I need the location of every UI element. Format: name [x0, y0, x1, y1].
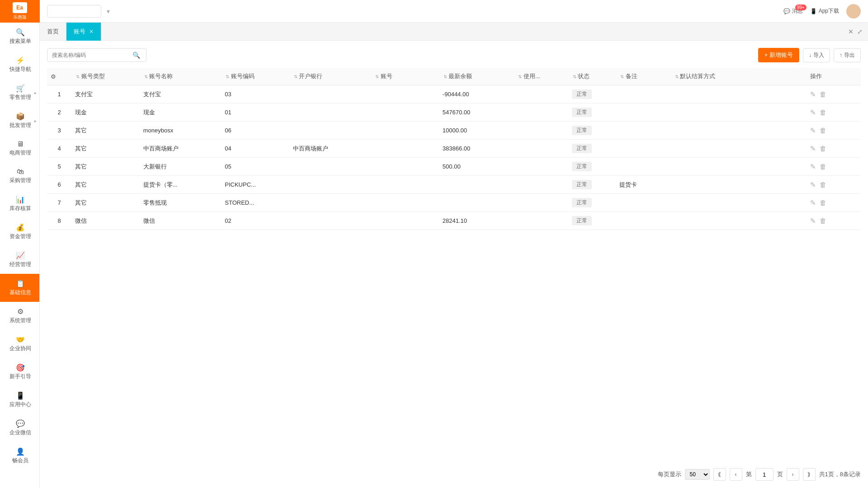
- delete-icon-0[interactable]: 🗑: [820, 90, 826, 99]
- row-action-2: ✎ 🗑: [807, 122, 861, 140]
- row-usage-1: [514, 103, 568, 122]
- sidebar-label-9: 基础信息: [9, 289, 31, 296]
- close-tab-icon[interactable]: ✕: [848, 28, 854, 35]
- fullscreen-icon[interactable]: ⤢: [857, 28, 863, 35]
- row-usage-3: [514, 140, 568, 158]
- sidebar-item-13[interactable]: 📱 应用中心: [0, 386, 39, 414]
- table-header-row: ⚙ ⇅ 账号类型 ⇅ 账号名称 ⇅ 账号编码 ⇅ 开户: [47, 68, 861, 85]
- row-default-5: [670, 176, 807, 194]
- col-settings[interactable]: ⚙: [47, 68, 71, 85]
- sidebar-item-2[interactable]: 🛒 零售管理: [0, 79, 39, 107]
- col-status-label: 状态: [578, 73, 590, 80]
- delete-icon-6[interactable]: 🗑: [820, 199, 826, 207]
- table-row: 1 支付宝 支付宝 03 -90444.00 正常 ✎ 🗑: [47, 85, 861, 103]
- logo-abbr: Ea: [16, 5, 23, 11]
- delete-icon-5[interactable]: 🗑: [820, 181, 826, 189]
- toolbar-right: + 新增账号 ↓ 导入 ↑ 导出: [758, 48, 861, 62]
- col-account[interactable]: ⇅ 账号: [371, 68, 439, 85]
- app-download-button[interactable]: 📱 App下载: [810, 7, 839, 15]
- dropdown-icon[interactable]: ▾: [107, 8, 110, 15]
- status-badge-6: 正常: [572, 198, 592, 207]
- col-status[interactable]: ⇅ 状态: [568, 68, 616, 85]
- first-page-button[interactable]: ⟪: [713, 468, 726, 481]
- sort-icon: ⇅: [518, 74, 522, 79]
- row-note-6: [616, 194, 670, 212]
- sidebar-icon-6: 📊: [16, 195, 25, 204]
- row-note-2: [616, 122, 670, 140]
- edit-icon-2[interactable]: ✎: [810, 127, 816, 135]
- sidebar-item-14[interactable]: 💬 企业微信: [0, 414, 39, 442]
- col-balance[interactable]: ⇅ 最新余额: [439, 68, 514, 85]
- sort-icon: ⇅: [675, 74, 679, 79]
- row-status-4: 正常: [568, 158, 616, 176]
- edit-icon-7[interactable]: ✎: [810, 217, 816, 225]
- sidebar-item-12[interactable]: 🎯 新手引导: [0, 358, 39, 386]
- sidebar-item-8[interactable]: 📈 经营管理: [0, 246, 39, 274]
- col-usage[interactable]: ⇅ 使用...: [514, 68, 568, 85]
- edit-icon-5[interactable]: ✎: [810, 181, 816, 189]
- sidebar-item-10[interactable]: ⚙ 系统管理: [0, 302, 39, 330]
- col-bank[interactable]: ⇅ 开户银行: [289, 68, 371, 85]
- table-row: 8 微信 微信 02 28241.10 正常 ✎ 🗑: [47, 212, 861, 230]
- next-page-button[interactable]: ›: [787, 468, 799, 481]
- row-status-0: 正常: [568, 85, 616, 103]
- delete-icon-7[interactable]: 🗑: [820, 217, 826, 225]
- delete-icon-3[interactable]: 🗑: [820, 145, 826, 153]
- sidebar-item-4[interactable]: 🖥 电商管理: [0, 135, 39, 162]
- sidebar-item-11[interactable]: 🤝 企业协同: [0, 330, 39, 358]
- col-note[interactable]: ⇅ 备注: [616, 68, 670, 85]
- search-input[interactable]: [47, 49, 129, 61]
- sidebar-item-7[interactable]: 💰 资金管理: [0, 218, 39, 246]
- sidebar-icon-9: 📋: [16, 279, 25, 288]
- edit-icon-1[interactable]: ✎: [810, 108, 816, 117]
- row-balance-5: [439, 176, 514, 194]
- row-balance-4: 500.00: [439, 158, 514, 176]
- sidebar-item-3[interactable]: 📦 批发管理: [0, 107, 39, 135]
- sidebar-item-6[interactable]: 📊 库存核算: [0, 190, 39, 218]
- row-bank-7: [289, 212, 371, 230]
- edit-icon-3[interactable]: ✎: [810, 145, 816, 153]
- row-status-7: 正常: [568, 212, 616, 230]
- top-search-input[interactable]: [47, 5, 101, 18]
- edit-icon-4[interactable]: ✎: [810, 163, 816, 171]
- prev-page-button[interactable]: ‹: [730, 468, 742, 481]
- search-button[interactable]: 🔍: [129, 49, 144, 61]
- status-badge-1: 正常: [572, 108, 592, 117]
- col-type[interactable]: ⇅ 账号类型: [71, 68, 140, 85]
- tab-close-1[interactable]: ✕: [89, 28, 94, 35]
- row-balance-3: 383866.00: [439, 140, 514, 158]
- sidebar-item-0[interactable]: 🔍 搜索菜单: [0, 23, 39, 51]
- table-row: 7 其它 零售抵现 STORED... 正常 ✎ 🗑: [47, 194, 861, 212]
- edit-icon-6[interactable]: ✎: [810, 199, 816, 207]
- row-note-0: [616, 85, 670, 103]
- import-button[interactable]: ↓ 导入: [803, 48, 830, 62]
- sidebar-item-9[interactable]: 📋 基础信息: [0, 274, 39, 302]
- sidebar-item-5[interactable]: 🛍 采购管理: [0, 162, 39, 190]
- delete-icon-4[interactable]: 🗑: [820, 163, 826, 171]
- row-action-0: ✎ 🗑: [807, 85, 861, 103]
- sidebar: Ea 乐惠版 🔍 搜索菜单⚡ 快捷导航🛒 零售管理📦 批发管理🖥 电商管理🛍 采…: [0, 0, 40, 488]
- row-code-7: 02: [221, 212, 289, 230]
- user-avatar[interactable]: [846, 4, 861, 19]
- page-size-select[interactable]: 50 20 100: [685, 469, 710, 480]
- message-button[interactable]: 💬 消息 99+: [783, 7, 803, 15]
- row-num-3: 4: [47, 140, 71, 158]
- page-number-input[interactable]: [755, 468, 774, 481]
- sidebar-item-15[interactable]: 👤 畅会员: [0, 442, 39, 470]
- tab-0[interactable]: 首页: [40, 23, 66, 41]
- col-name[interactable]: ⇅ 账号名称: [140, 68, 222, 85]
- col-code[interactable]: ⇅ 账号编码: [221, 68, 289, 85]
- tab-1[interactable]: 账号✕: [66, 23, 101, 41]
- last-page-button[interactable]: ⟫: [803, 468, 816, 481]
- top-header: ▾ 💬 消息 99+ 📱 App下载: [40, 0, 868, 23]
- col-default-settle[interactable]: ⇅ 默认结算方式: [670, 68, 807, 85]
- col-note-label: 备注: [626, 73, 637, 80]
- status-badge-7: 正常: [572, 216, 592, 225]
- edit-icon-0[interactable]: ✎: [810, 90, 816, 99]
- delete-icon-1[interactable]: 🗑: [820, 108, 826, 117]
- add-account-button[interactable]: + 新增账号: [758, 48, 799, 62]
- delete-icon-2[interactable]: 🗑: [820, 127, 826, 135]
- export-button[interactable]: ↑ 导出: [834, 48, 861, 62]
- sidebar-item-1[interactable]: ⚡ 快捷导航: [0, 51, 39, 79]
- table-row: 2 现金 现金 01 547670.00 正常 ✎ 🗑: [47, 103, 861, 122]
